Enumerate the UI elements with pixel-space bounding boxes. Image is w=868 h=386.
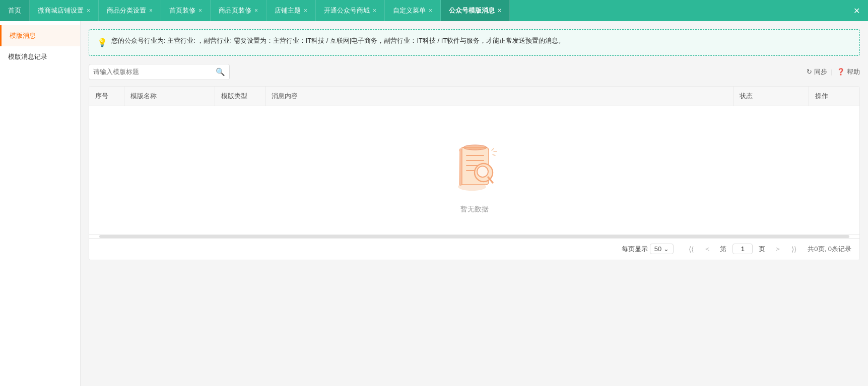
search-bar: 🔍 ↻ 同步 | ❓ 帮助: [89, 64, 860, 80]
close-tab-shop-settings[interactable]: ×: [87, 7, 90, 14]
close-tab-custom-menu[interactable]: ×: [429, 7, 432, 14]
current-page-input[interactable]: [732, 244, 753, 254]
close-tab-category-settings[interactable]: ×: [149, 7, 153, 14]
help-label: 帮助: [847, 67, 860, 76]
help-button[interactable]: ❓ 帮助: [837, 67, 860, 76]
sync-icon: ↻: [807, 68, 812, 75]
close-all-button[interactable]: ✕: [845, 0, 868, 21]
close-tab-template-message[interactable]: ×: [498, 7, 501, 14]
notice-icon: 💡: [97, 36, 107, 49]
tab-shop-settings[interactable]: 微商城店铺设置 ×: [30, 0, 99, 21]
notice-text: 您的公众号行业为: 主营行业: ，副营行业: 需要设置为：主营行业：IT科技 /…: [111, 36, 565, 46]
close-tab-open-mall[interactable]: ×: [373, 7, 376, 14]
tab-open-mall-label: 开通公众号商城: [324, 6, 370, 15]
tab-shop-theme[interactable]: 店铺主题 ×: [266, 0, 316, 21]
notice-prefix: 您的公众号行业为: 主营行业: ，副营行业:: [111, 37, 234, 44]
next-page-button[interactable]: ＞: [771, 244, 784, 255]
page-size-label: 每页显示: [622, 245, 648, 254]
svg-line-12: [493, 155, 495, 156]
empty-state: 暂无数据: [89, 106, 859, 234]
table-container: 序号 模版名称 模版类型 消息内容 状态 操作: [89, 86, 860, 260]
sync-label: 同步: [814, 67, 827, 76]
empty-illustration: [444, 136, 505, 197]
table-header: 序号 模版名称 模版类型 消息内容 状态 操作: [89, 87, 859, 106]
close-tab-product-decor[interactable]: ×: [254, 7, 258, 14]
close-tab-shop-theme[interactable]: ×: [304, 7, 307, 14]
tab-category-settings[interactable]: 商品分类设置 ×: [99, 0, 161, 21]
help-icon: ❓: [837, 68, 845, 75]
tab-shop-settings-label: 微商城店铺设置: [38, 6, 84, 15]
col-header-seq: 序号: [89, 87, 124, 106]
close-all-icon: ✕: [853, 6, 860, 16]
page-unit-label: 页: [759, 245, 765, 254]
sidebar-item-template-message-record[interactable]: 模版消息记录: [0, 46, 80, 67]
main-layout: 模版消息 模版消息记录 💡 您的公众号行业为: 主营行业: ，副营行业: 需要设…: [0, 21, 868, 386]
toolbar-right: ↻ 同步 | ❓ 帮助: [807, 67, 860, 76]
page-size-chevron-icon: ⌄: [663, 245, 669, 253]
search-input[interactable]: [93, 68, 216, 75]
top-navigation: 首页 微商城店铺设置 × 商品分类设置 × 首页装修 × 商品页装修 × 店铺主…: [0, 0, 868, 21]
total-info: 共0页, 0条记录: [808, 245, 851, 254]
scrollbar-track[interactable]: [99, 235, 849, 238]
svg-line-10: [492, 148, 494, 150]
prev-page-button[interactable]: ＜: [701, 244, 714, 255]
tab-custom-menu-label: 自定义菜单: [393, 6, 426, 15]
search-button[interactable]: 🔍: [216, 67, 225, 76]
page-di-label: 第: [720, 245, 726, 254]
notice-highlight: 需要设置为：主营行业：IT科技 / 互联网|电子商务，副营行业：IT科技 / I…: [234, 37, 487, 44]
tab-template-message-label: 公众号模版消息: [449, 6, 495, 15]
tab-home-decor-label: 首页装修: [169, 6, 195, 15]
sidebar-item-template-message-record-label: 模版消息记录: [8, 53, 47, 60]
tab-home-decor[interactable]: 首页装修 ×: [161, 0, 211, 21]
col-header-content: 消息内容: [265, 87, 733, 106]
col-header-action: 操作: [809, 87, 859, 106]
close-tab-home-decor[interactable]: ×: [198, 7, 202, 14]
content-area: 💡 您的公众号行业为: 主营行业: ，副营行业: 需要设置为：主营行业：IT科技…: [81, 21, 868, 386]
pagination: 每页显示 50 ⌄ ⟨⟨ ＜ 第 页 ＞ ⟩⟩ 共0页, 0条记录: [89, 238, 859, 260]
tab-product-decor[interactable]: 商品页装修 ×: [211, 0, 266, 21]
tab-category-settings-label: 商品分类设置: [107, 6, 146, 15]
notice-banner: 💡 您的公众号行业为: 主营行业: ，副营行业: 需要设置为：主营行业：IT科技…: [89, 29, 860, 56]
empty-text: 暂无数据: [460, 205, 489, 214]
sidebar: 模版消息 模版消息记录: [0, 21, 81, 386]
page-size-select: 每页显示 50 ⌄: [622, 244, 674, 254]
divider: |: [831, 68, 833, 75]
scrollbar-area[interactable]: [89, 234, 859, 238]
tab-shop-theme-label: 店铺主题: [275, 6, 301, 15]
sidebar-item-template-message[interactable]: 模版消息: [0, 25, 80, 46]
tab-open-mall[interactable]: 开通公众号商城 ×: [316, 0, 385, 21]
col-header-type: 模版类型: [215, 87, 265, 106]
page-size-value: 50: [654, 245, 661, 253]
tab-product-decor-label: 商品页装修: [219, 6, 251, 15]
col-header-name: 模版名称: [124, 87, 215, 106]
search-input-wrapper[interactable]: 🔍: [89, 64, 230, 80]
tab-home-label: 首页: [8, 6, 21, 15]
page-size-dropdown[interactable]: 50 ⌄: [650, 244, 674, 254]
svg-point-8: [477, 166, 488, 177]
tab-custom-menu[interactable]: 自定义菜单 ×: [385, 0, 441, 21]
sidebar-item-template-message-label: 模版消息: [10, 32, 36, 39]
tab-template-message[interactable]: 公众号模版消息 ×: [441, 0, 510, 21]
col-header-status: 状态: [733, 87, 809, 106]
last-page-button[interactable]: ⟩⟩: [788, 244, 799, 254]
first-page-button[interactable]: ⟨⟨: [686, 244, 697, 254]
notice-suffix: 才能正常发送预置的消息。: [486, 37, 565, 44]
sync-button[interactable]: ↻ 同步: [807, 67, 827, 76]
tab-home[interactable]: 首页: [0, 0, 30, 21]
